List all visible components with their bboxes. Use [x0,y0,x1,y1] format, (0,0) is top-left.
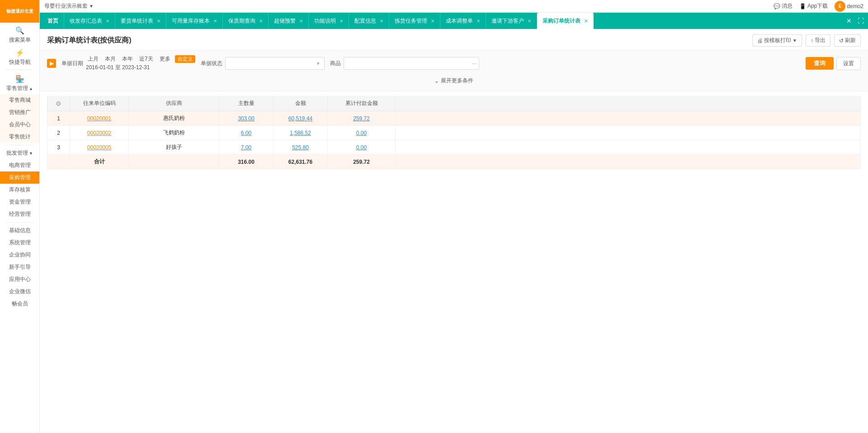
product-filter-label: 商品 [330,60,341,67]
paid-link[interactable]: 0.00 [356,144,367,151]
sidebar-item-search[interactable]: 🔍 搜索菜单 [0,23,39,46]
sidebar-item-marketing[interactable]: 营销推广 [0,106,39,119]
tab-shoufacun[interactable]: 收发存汇总表 ✕ [64,13,115,29]
sidebar-item-retail[interactable]: 🏪 零售管理 ▲ [0,72,39,94]
amount-link[interactable]: 525.80 [292,144,309,151]
maximize-button[interactable]: ⛶ [856,15,866,26]
tab-gongneng[interactable]: 功能说明 ✕ [309,13,349,29]
user-profile[interactable]: E demo2 [835,1,863,12]
shortcut-this-month[interactable]: 本月 [103,55,118,63]
refresh-button[interactable]: ↺ 刷新 [834,34,861,47]
paid-link[interactable]: 259.72 [353,115,370,122]
sidebar-item-wechat[interactable]: 企业微信 [0,285,39,298]
tab-close-icon[interactable]: ✕ [299,19,303,24]
filter-toggle-button[interactable]: ▶ [47,59,56,68]
sidebar-item-appstore[interactable]: 应用中心 [0,273,39,285]
amount-link[interactable]: 1,586.52 [290,130,311,136]
qty-link[interactable]: 7.00 [241,144,251,151]
sidebar-item-wholesale[interactable]: 批发管理 ▼ [0,147,39,159]
sidebar-item-label: 企业微信 [9,288,31,295]
tab-close-icon[interactable]: ✕ [476,19,480,24]
lightning-icon: ⚡ [15,48,24,57]
column-settings-icon[interactable]: ⚙ [56,100,61,107]
sidebar-item-label: 采购管理 [9,174,31,181]
sidebar-item-quicknav[interactable]: ⚡ 快捷导航 [0,46,39,68]
tab-yaohuo[interactable]: 要货单统计表 ✕ [115,13,166,29]
code-link[interactable]: 00020005 [87,144,111,151]
qty-link[interactable]: 6.00 [241,130,251,136]
topnav-right: 💬 消息 📱 App下载 E demo2 [774,1,863,12]
shortcut-more[interactable]: 更多 [158,55,172,63]
tab-keyongliang[interactable]: 可用量库存账本 ✕ [166,13,223,29]
sidebar-item-finance[interactable]: 资金管理 [0,196,39,208]
col-header-qty: 主数量 [219,96,274,111]
tab-close-icon[interactable]: ✕ [528,19,531,24]
tab-close-icon[interactable]: ✕ [259,19,263,24]
sidebar-item-vip[interactable]: 畅会员 [0,298,39,311]
tab-chaochuyujing[interactable]: 超储预警 ✕ [269,13,309,29]
table-row: 2 00020002 飞鹤奶粉 6.00 1,586.52 0.00 [47,126,861,140]
cell-num: 1 [47,111,70,126]
sidebar-item-purchase[interactable]: 采购管理 [0,171,39,184]
tab-close-icon[interactable]: ✕ [157,19,160,24]
sidebar-item-retail-stats[interactable]: 零售统计 [0,131,39,143]
setting-button[interactable]: 设置 [836,57,861,70]
tab-caigou[interactable]: 采购订单统计表 ✕ [537,13,594,29]
query-button[interactable]: 查询 [806,57,834,70]
tab-close-icon[interactable]: ✕ [584,19,588,24]
code-link[interactable]: 00020002 [87,130,111,136]
cell-num: 3 [47,140,70,155]
filter-actions: 查询 设置 [806,57,861,70]
sidebar-item-operations[interactable]: 经营管理 [0,208,39,220]
message-icon: 💬 [774,3,780,10]
qty-link[interactable]: 303.00 [238,115,255,122]
sidebar-item-ecommerce[interactable]: 电商管理 [0,159,39,171]
tab-tuohuo[interactable]: 拣货任务管理 ✕ [389,13,440,29]
cell-supplier: 飞鹤奶粉 [129,126,219,140]
product-search-input[interactable] [344,57,479,70]
sidebar-item-inventory[interactable]: 库存核算 [0,184,39,196]
expand-more-button[interactable]: ⌄ 展开更多条件 [431,75,477,86]
tab-close-icon[interactable]: ✕ [340,19,343,24]
tab-close-icon[interactable]: ✕ [380,19,383,24]
sidebar-item-member[interactable]: 会员中心 [0,119,39,131]
chevron-icon: ▲ [29,86,33,91]
tab-bar: 首页 收发存汇总表 ✕ 要货单统计表 ✕ 可用量库存账本 ✕ 保质期查询 ✕ 超… [40,13,868,29]
shortcut-last-month[interactable]: 上月 [86,55,100,63]
footer-qty: 316.00 [219,155,274,169]
status-select[interactable]: ▼ [225,57,325,70]
product-search-wrapper: ··· [344,57,479,70]
tab-home[interactable]: 首页 [42,13,64,29]
sidebar-item-label: 资金管理 [9,198,31,206]
sidebar-item-system[interactable]: 系统管理 [0,237,39,249]
sidebar-item-guide[interactable]: 新手引导 [0,261,39,273]
app-download-button[interactable]: 📱 App下载 [799,2,828,10]
code-link[interactable]: 00020001 [87,115,111,122]
filter-row-main: ▶ 单据日期 上月 本月 本年 近7天 更多 自定义 2016-01-01 [47,55,861,71]
sidebar-item-enterprise[interactable]: 企业协同 [0,249,39,261]
sidebar-item-label: 会员中心 [9,121,31,128]
shortcut-7days[interactable]: 近7天 [137,55,155,63]
tab-close-icon[interactable]: ✕ [106,19,109,24]
sidebar-item-retail-mall[interactable]: 零售商城 [0,94,39,106]
workspace-selector[interactable]: 母婴行业演示账套 ▼ [44,2,94,10]
tab-close-icon[interactable]: ✕ [431,19,434,24]
tab-close-icon[interactable]: ✕ [213,19,217,24]
close-all-button[interactable]: ✕ [844,15,854,26]
tab-peizhi[interactable]: 配置信息 ✕ [349,13,389,29]
template-print-button[interactable]: 🖨 按模板打印 ▼ [752,34,802,47]
cell-code: 00020002 [70,126,129,140]
tab-chengben[interactable]: 成本调整单 ✕ [440,13,486,29]
more-icon[interactable]: ··· [472,60,476,67]
col-header-paid: 累计付款金额 [328,96,396,111]
paid-link[interactable]: 0.00 [356,130,367,136]
col-header-settings: ⚙ [47,96,70,111]
data-table-container: ⚙ 往来单位编码 供应商 主数量 金额 累计付款金额 1 00020001 [40,91,868,433]
sidebar-item-basic[interactable]: 基础信息 [0,224,39,237]
message-button[interactable]: 💬 消息 [774,2,793,10]
amount-link[interactable]: 60,519.44 [288,115,312,122]
tab-yaoqing[interactable]: 邀请下游客户 ✕ [486,13,537,29]
tab-baozhi[interactable]: 保质期查询 ✕ [223,13,269,29]
shortcut-this-year[interactable]: 本年 [120,55,135,63]
export-button[interactable]: ↑ 导出 [806,34,830,47]
